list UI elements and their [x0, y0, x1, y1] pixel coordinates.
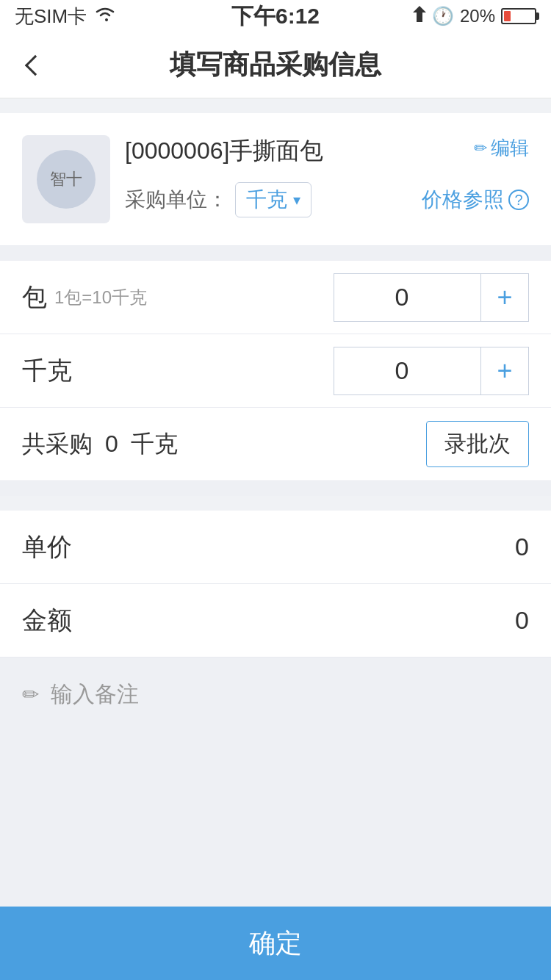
- kg-input-control: +: [334, 347, 529, 395]
- amount-value: 0: [515, 606, 529, 635]
- product-card: 智十 [0000006]手撕面包 ✏ 编辑 采购单位： 千克 ▾ 价格参照 ?: [0, 113, 551, 246]
- amount-label: 金额: [22, 604, 72, 638]
- summary-value: 0: [105, 430, 118, 457]
- unit-label: 采购单位：: [125, 186, 228, 214]
- summary-text: 共采购 0 千克: [22, 428, 178, 461]
- product-info: [0000006]手撕面包 ✏ 编辑 采购单位： 千克 ▾ 价格参照 ?: [125, 135, 529, 217]
- kg-input-row: 千克 +: [0, 334, 551, 408]
- bag-input-row: 包 1包=10千克 +: [0, 261, 551, 334]
- dropdown-arrow-icon: ▾: [293, 191, 300, 209]
- carrier-text: 无SIM卡: [15, 4, 87, 29]
- confirm-button-label: 确定: [249, 926, 302, 962]
- kg-plus-button[interactable]: +: [480, 347, 529, 395]
- pencil-icon: ✏: [22, 682, 39, 707]
- bag-plus-button[interactable]: +: [480, 273, 529, 322]
- summary-unit: 千克: [131, 430, 178, 457]
- bag-input-control: +: [334, 273, 529, 322]
- confirm-button[interactable]: 确定: [0, 907, 551, 980]
- back-arrow-icon: [24, 54, 45, 75]
- wifi-icon: [94, 5, 116, 28]
- edit-button[interactable]: ✏ 编辑: [474, 135, 529, 161]
- note-placeholder: 输入备注: [51, 680, 139, 710]
- nav-bar: 填写商品采购信息: [0, 32, 551, 98]
- unit-price-label: 单价: [22, 530, 72, 564]
- back-button[interactable]: [0, 32, 59, 98]
- product-name: [0000006]手撕面包: [125, 135, 474, 167]
- price-reference-button[interactable]: 价格参照 ?: [422, 186, 529, 214]
- unit-price-row: 单价 0: [0, 511, 551, 584]
- price-ref-label: 价格参照: [422, 186, 504, 214]
- price-section: 单价 0 金额 0: [0, 511, 551, 657]
- status-time: 下午6:12: [231, 1, 320, 32]
- section-divider-1: [0, 246, 551, 261]
- alarm-icon: 🕐: [432, 6, 454, 26]
- product-logo: 智十: [37, 150, 96, 209]
- status-right: 🕐 20%: [413, 6, 536, 26]
- kg-label: 千克: [22, 354, 72, 388]
- product-header: [0000006]手撕面包 ✏ 编辑: [125, 135, 529, 167]
- location-icon: [413, 6, 426, 26]
- unit-price-value: 0: [515, 533, 529, 561]
- status-left: 无SIM卡: [15, 4, 116, 29]
- bag-sublabel: 1包=10千克: [54, 286, 147, 309]
- battery-icon: [501, 8, 536, 24]
- batch-button[interactable]: 录批次: [426, 421, 529, 467]
- info-icon[interactable]: ?: [508, 190, 529, 210]
- bag-label: 包: [22, 281, 47, 314]
- battery-percent: 20%: [460, 6, 495, 26]
- edit-icon: ✏: [474, 139, 487, 158]
- unit-value: 千克: [246, 186, 287, 214]
- kg-quantity-input[interactable]: [334, 347, 480, 395]
- quantity-section: 包 1包=10千克 + 千克 + 共采购 0 千克 录批次: [0, 261, 551, 481]
- product-unit-row: 采购单位： 千克 ▾ 价格参照 ?: [125, 182, 529, 217]
- status-bar: 无SIM卡 下午6:12 🕐 20%: [0, 0, 551, 32]
- note-section[interactable]: ✏ 输入备注: [0, 657, 551, 732]
- unit-select[interactable]: 千克 ▾: [235, 182, 311, 217]
- bag-quantity-input[interactable]: [334, 273, 480, 322]
- summary-label: 共采购: [22, 430, 93, 457]
- section-divider-2: [0, 481, 551, 496]
- amount-row: 金额 0: [0, 584, 551, 657]
- page-title: 填写商品采购信息: [170, 47, 381, 83]
- summary-row: 共采购 0 千克 录批次: [0, 408, 551, 481]
- logo-text: 智十: [50, 168, 82, 190]
- edit-label: 编辑: [491, 135, 529, 161]
- product-image: 智十: [22, 135, 110, 223]
